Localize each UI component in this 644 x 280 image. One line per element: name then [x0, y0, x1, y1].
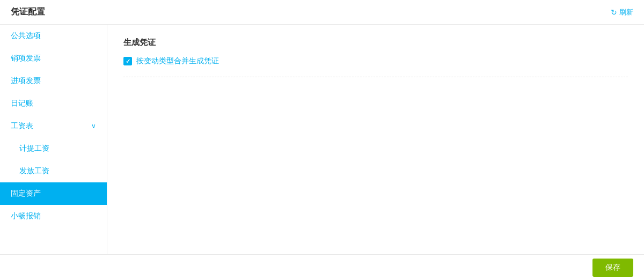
refresh-icon: ↻ [611, 8, 617, 17]
chevron-down-icon: ∨ [91, 122, 96, 130]
sidebar-item-public[interactable]: 公共选项 [0, 25, 107, 47]
section-title: 生成凭证 [123, 38, 628, 48]
sidebar-item-label: 工资表 [11, 121, 33, 131]
sidebar-item-label: 固定资产 [11, 189, 41, 198]
footer: 保存 [0, 254, 644, 280]
content-area: 生成凭证 按变动类型合并生成凭证 [107, 25, 644, 254]
sidebar-item-label: 计提工资 [19, 144, 49, 153]
refresh-button[interactable]: ↻ 刷新 [611, 8, 633, 17]
page-title: 凭证配置 [11, 6, 45, 18]
sidebar: 公共选项销项发票进项发票日记账工资表∨计提工资发放工资固定资产小畅报销 [0, 25, 107, 254]
sidebar-item-fixed-assets[interactable]: 固定资产 [0, 182, 107, 205]
main-content: 公共选项销项发票进项发票日记账工资表∨计提工资发放工资固定资产小畅报销 生成凭证… [0, 25, 644, 254]
refresh-label: 刷新 [619, 8, 633, 17]
sidebar-item-label: 发放工资 [19, 166, 49, 176]
sidebar-item-expense[interactable]: 小畅报销 [0, 205, 107, 227]
checkbox-row: 按变动类型合并生成凭证 [123, 56, 628, 66]
save-button[interactable]: 保存 [592, 259, 633, 277]
merge-by-type-label[interactable]: 按变动类型合并生成凭证 [136, 56, 219, 66]
sidebar-item-purchase-invoice[interactable]: 进项发票 [0, 70, 107, 92]
sidebar-item-label: 进项发票 [11, 76, 41, 86]
sidebar-item-sales-invoice[interactable]: 销项发票 [0, 47, 107, 70]
sidebar-item-label: 销项发票 [11, 54, 41, 63]
header: 凭证配置 ↻ 刷新 [0, 0, 644, 25]
sidebar-item-payroll[interactable]: 工资表∨ [0, 115, 107, 137]
sidebar-item-label: 日记账 [11, 99, 33, 108]
section-divider [123, 77, 628, 77]
sidebar-item-journal[interactable]: 日记账 [0, 92, 107, 115]
sidebar-item-payroll-distribute[interactable]: 发放工资 [0, 160, 107, 182]
sidebar-item-payroll-calculate[interactable]: 计提工资 [0, 137, 107, 160]
merge-by-type-checkbox[interactable] [123, 57, 132, 65]
sidebar-item-label: 公共选项 [11, 31, 41, 41]
sidebar-item-label: 小畅报销 [11, 211, 41, 221]
